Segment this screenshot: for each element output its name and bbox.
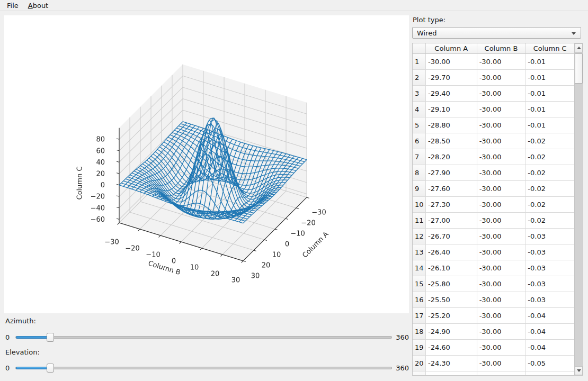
table-cell[interactable]: -30.00 bbox=[477, 292, 526, 308]
row-number-cell[interactable]: 18 bbox=[413, 324, 426, 340]
table-cell[interactable]: -0.03 bbox=[525, 229, 574, 244]
table-row[interactable]: 5-28.80-30.00-0.01 bbox=[413, 117, 574, 133]
table-header-column-a[interactable]: Column A bbox=[426, 43, 477, 53]
row-number-cell[interactable]: 1 bbox=[413, 54, 426, 70]
row-number-cell[interactable]: 2 bbox=[413, 70, 426, 86]
table-cell[interactable]: -29.70 bbox=[426, 70, 477, 86]
elevation-slider[interactable] bbox=[15, 363, 392, 373]
scrollbar-thumb[interactable] bbox=[575, 53, 583, 84]
table-row[interactable]: 14-26.10-30.00-0.03 bbox=[413, 260, 574, 276]
table-cell[interactable] bbox=[477, 371, 526, 375]
table-cell[interactable]: -0.01 bbox=[525, 54, 574, 70]
table-row[interactable]: 10-27.30-30.00-0.02 bbox=[413, 197, 574, 213]
row-number-cell[interactable]: 10 bbox=[413, 197, 426, 213]
table-cell[interactable]: -30.00 bbox=[477, 117, 526, 133]
table-cell[interactable]: -30.00 bbox=[477, 260, 526, 276]
table-cell[interactable]: -30.00 bbox=[477, 356, 526, 371]
table-row[interactable]: 11-27.00-30.00-0.02 bbox=[413, 213, 574, 229]
table-cell[interactable]: -0.02 bbox=[525, 213, 574, 229]
table-cell[interactable]: -0.03 bbox=[525, 260, 574, 276]
table-cell[interactable]: -26.70 bbox=[426, 229, 477, 244]
table-cell[interactable]: -0.04 bbox=[525, 308, 574, 324]
table-cell[interactable]: -30.00 bbox=[477, 340, 526, 356]
menu-file[interactable]: File bbox=[2, 0, 23, 11]
table-cell[interactable]: -30.00 bbox=[477, 149, 526, 165]
plot-type-combobox[interactable]: Wired bbox=[412, 27, 581, 39]
table-cell[interactable]: -0.04 bbox=[525, 324, 574, 340]
table-cell[interactable]: -26.10 bbox=[426, 260, 477, 276]
table-header-column-c[interactable]: Column C bbox=[525, 43, 574, 53]
row-number-cell[interactable]: 4 bbox=[413, 102, 426, 117]
row-number-cell[interactable]: 20 bbox=[413, 356, 426, 371]
table-cell[interactable]: -0.02 bbox=[525, 165, 574, 181]
table-row[interactable]: 2-29.70-30.00-0.01 bbox=[413, 70, 574, 86]
table-row[interactable]: 15-25.80-30.00-0.03 bbox=[413, 276, 574, 292]
table-cell[interactable]: -30.00 bbox=[477, 133, 526, 149]
table-row[interactable]: 9-27.60-30.00-0.02 bbox=[413, 181, 574, 197]
elevation-slider-handle[interactable] bbox=[47, 364, 54, 373]
row-number-cell[interactable]: 6 bbox=[413, 133, 426, 149]
table-cell[interactable]: -0.05 bbox=[525, 356, 574, 371]
table-cell[interactable] bbox=[525, 371, 574, 375]
table-cell[interactable]: -30.00 bbox=[477, 102, 526, 117]
table-cell[interactable]: -30.00 bbox=[477, 86, 526, 102]
table-cell[interactable]: -28.20 bbox=[426, 149, 477, 165]
table-row[interactable]: 20-24.30-30.00-0.05 bbox=[413, 356, 574, 371]
table-row[interactable]: 6-28.50-30.00-0.02 bbox=[413, 133, 574, 149]
table-row[interactable]: 19-24.60-30.00-0.04 bbox=[413, 340, 574, 356]
table-cell[interactable]: -0.01 bbox=[525, 86, 574, 102]
table-cell[interactable]: -0.03 bbox=[525, 276, 574, 292]
table-cell[interactable]: -0.02 bbox=[525, 181, 574, 197]
row-number-cell[interactable]: 16 bbox=[413, 292, 426, 308]
table-cell[interactable]: -30.00 bbox=[477, 54, 526, 70]
row-number-cell[interactable]: 11 bbox=[413, 213, 426, 229]
table-cell[interactable]: -0.03 bbox=[525, 244, 574, 260]
row-number-cell[interactable] bbox=[413, 371, 426, 375]
table-cell[interactable]: -0.04 bbox=[525, 340, 574, 356]
row-number-cell[interactable]: 7 bbox=[413, 149, 426, 165]
menu-about[interactable]: About bbox=[23, 0, 53, 11]
table-row[interactable]: 4-29.10-30.00-0.01 bbox=[413, 102, 574, 117]
azimuth-slider-track[interactable] bbox=[15, 336, 392, 339]
table-cell[interactable]: -30.00 bbox=[477, 165, 526, 181]
table-cell[interactable]: -0.01 bbox=[525, 117, 574, 133]
table-row[interactable] bbox=[413, 371, 574, 375]
row-number-cell[interactable]: 8 bbox=[413, 165, 426, 181]
scrollbar-up-button[interactable] bbox=[575, 43, 583, 52]
row-number-cell[interactable]: 15 bbox=[413, 276, 426, 292]
table-cell[interactable]: -27.30 bbox=[426, 197, 477, 213]
table-row[interactable]: 18-24.90-30.00-0.04 bbox=[413, 324, 574, 340]
table-row[interactable]: 7-28.20-30.00-0.02 bbox=[413, 149, 574, 165]
table-cell[interactable]: -29.10 bbox=[426, 102, 477, 117]
table-cell[interactable]: -28.50 bbox=[426, 133, 477, 149]
table-cell[interactable]: -27.60 bbox=[426, 181, 477, 197]
table-cell[interactable]: -0.01 bbox=[525, 102, 574, 117]
table-cell[interactable]: -24.90 bbox=[426, 324, 477, 340]
row-number-cell[interactable]: 13 bbox=[413, 244, 426, 260]
table-cell[interactable]: -26.40 bbox=[426, 244, 477, 260]
table-cell[interactable]: -30.00 bbox=[477, 213, 526, 229]
table-cell[interactable]: -27.90 bbox=[426, 165, 477, 181]
table-cell[interactable]: -29.40 bbox=[426, 86, 477, 102]
table-cell[interactable]: -0.03 bbox=[525, 292, 574, 308]
table-cell[interactable]: -30.00 bbox=[477, 244, 526, 260]
table-row[interactable]: 16-25.50-30.00-0.03 bbox=[413, 292, 574, 308]
row-number-cell[interactable]: 17 bbox=[413, 308, 426, 324]
table-row[interactable]: 1-30.00-30.00-0.01 bbox=[413, 54, 574, 70]
table-cell[interactable]: -30.00 bbox=[477, 181, 526, 197]
table-cell[interactable]: -0.02 bbox=[525, 197, 574, 213]
table-header-column-b[interactable]: Column B bbox=[477, 43, 526, 53]
elevation-slider-track[interactable] bbox=[15, 367, 392, 369]
table-cell[interactable]: -30.00 bbox=[477, 324, 526, 340]
row-number-cell[interactable]: 5 bbox=[413, 117, 426, 133]
row-number-cell[interactable]: 12 bbox=[413, 229, 426, 244]
table-row[interactable]: 3-29.40-30.00-0.01 bbox=[413, 86, 574, 102]
table-row[interactable]: 17-25.20-30.00-0.04 bbox=[413, 308, 574, 324]
table-cell[interactable]: -24.30 bbox=[426, 356, 477, 371]
plot-canvas[interactable] bbox=[4, 15, 409, 313]
table-cell[interactable]: -25.50 bbox=[426, 292, 477, 308]
table-cell[interactable]: -30.00 bbox=[426, 54, 477, 70]
azimuth-slider-handle[interactable] bbox=[47, 333, 54, 342]
azimuth-slider[interactable] bbox=[15, 332, 392, 342]
table-row[interactable]: 8-27.90-30.00-0.02 bbox=[413, 165, 574, 181]
